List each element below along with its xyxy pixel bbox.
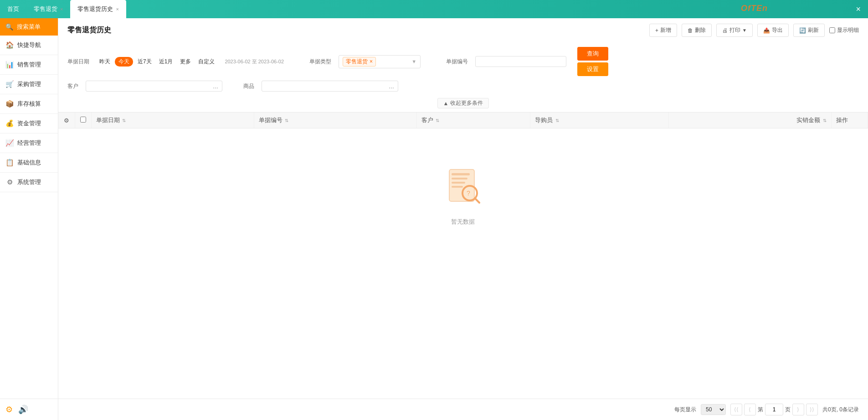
page-input[interactable]: [765, 404, 783, 415]
doc-type-tag-remove[interactable]: ×: [370, 58, 373, 65]
th-amount[interactable]: 实销金额 ⇅: [668, 113, 831, 128]
date-btn-today[interactable]: 今天: [115, 57, 133, 67]
goods-ellipsis-btn[interactable]: ...: [389, 82, 394, 90]
th-guide[interactable]: 导购员 ⇅: [530, 113, 668, 128]
doc-type-label: 单据类型: [309, 58, 331, 66]
sidebar-item-business[interactable]: 📈 经营管理: [0, 133, 58, 153]
print-dropdown-icon: ▼: [742, 28, 747, 33]
settings-bottom-icon[interactable]: ⚙: [5, 405, 13, 415]
svg-rect-2: [452, 178, 467, 179]
export-button[interactable]: 📤 导出: [757, 24, 789, 37]
brand-watermark: OfTEn: [741, 4, 768, 13]
th-customer[interactable]: 客户 ⇅: [416, 113, 530, 128]
tab-home[interactable]: 首页: [0, 0, 26, 18]
sidebar-item-system-mgmt[interactable]: ⚙ 系统管理: [0, 173, 58, 192]
th-action-label: 操作: [836, 117, 848, 123]
goods-input-placeholder: [266, 83, 389, 89]
sidebar-search-label: 搜索菜单: [17, 23, 41, 31]
table-body: ? 暂无数据: [58, 128, 868, 245]
page-size-label: 每页显示: [674, 406, 696, 414]
finance-icon: 💰: [5, 119, 14, 128]
main-layout: 🔍 搜索菜单 🏠 快捷导航 📊 销售管理 🛒 采购管理 📦 库存核算 💰 资金管…: [0, 18, 868, 420]
filter-area: 单据日期 昨天 今天 近7天 近1月 更多 自定义 2023-06-02 至 2…: [67, 42, 859, 112]
date-btn-1month[interactable]: 近1月: [156, 57, 176, 67]
query-button[interactable]: 查询: [577, 47, 608, 61]
print-button[interactable]: 🖨 打印 ▼: [716, 24, 753, 37]
date-btn-custom[interactable]: 自定义: [195, 57, 217, 67]
pager-first-btn[interactable]: ⟨⟨: [730, 404, 742, 415]
show-detail-checkbox-label[interactable]: 显示明细: [829, 26, 859, 34]
audio-bottom-icon[interactable]: 🔊: [18, 405, 28, 415]
table-settings-icon[interactable]: ⚙: [64, 117, 69, 124]
page-suffix: 页: [785, 406, 791, 414]
svg-rect-3: [452, 182, 465, 184]
content-area: 零售退货历史 + 新增 🗑 删除 🖨 打印 ▼: [58, 18, 868, 420]
tab-retail-return[interactable]: 零售退货 ×: [26, 0, 70, 18]
basic-info-icon: 📋: [5, 159, 14, 167]
window-close-button[interactable]: ×: [848, 5, 868, 14]
date-btn-more[interactable]: 更多: [177, 57, 194, 67]
th-guide-label: 导购员: [535, 117, 553, 123]
show-detail-checkbox[interactable]: [829, 27, 835, 33]
svg-line-6: [475, 198, 479, 203]
tab-retail-return-history-close[interactable]: ×: [116, 6, 118, 12]
sidebar-item-finance[interactable]: 💰 资金管理: [0, 114, 58, 133]
th-date[interactable]: 单据日期 ⇅: [91, 113, 254, 128]
page-size-select[interactable]: 20 50 100: [701, 404, 726, 415]
th-date-sort-icon: ⇅: [122, 118, 126, 123]
sidebar-item-basic-info[interactable]: 📋 基础信息: [0, 153, 58, 173]
top-bar: 首页 零售退货 × 零售退货历史 × OfTEn ×: [0, 0, 868, 18]
th-customer-label: 客户: [421, 117, 433, 123]
new-icon: +: [655, 27, 658, 34]
pager-next-btn[interactable]: ⟩: [792, 404, 804, 415]
settings-filter-button[interactable]: 设置: [577, 62, 608, 76]
doc-type-tag-text: 零售退货: [346, 58, 368, 66]
date-btn-yesterday[interactable]: 昨天: [97, 57, 113, 67]
goods-filter-label: 商品: [243, 82, 254, 90]
sidebar-search[interactable]: 🔍 搜索菜单: [0, 18, 58, 36]
th-date-label: 单据日期: [96, 117, 120, 123]
toolbar: + 新增 🗑 删除 🖨 打印 ▼ 📤 导出: [649, 24, 859, 37]
export-label: 导出: [772, 26, 783, 34]
inventory-icon: 📦: [5, 100, 14, 108]
collapse-row: ▲ 收起更多条件: [67, 96, 859, 112]
sidebar-item-sales-mgmt[interactable]: 📊 销售管理: [0, 55, 58, 75]
delete-button[interactable]: 🗑 删除: [682, 24, 712, 37]
refresh-label: 刷新: [808, 26, 819, 34]
date-btn-7days[interactable]: 近7天: [135, 57, 154, 67]
tab-retail-return-history[interactable]: 零售退货历史 ×: [70, 0, 126, 18]
collapse-button[interactable]: ▲ 收起更多条件: [437, 98, 489, 108]
th-number[interactable]: 单据编号 ⇅: [254, 113, 416, 128]
sidebar-item-quick-nav[interactable]: 🏠 快捷导航: [0, 36, 58, 55]
sidebar: 🔍 搜索菜单 🏠 快捷导航 📊 销售管理 🛒 采购管理 📦 库存核算 💰 资金管…: [0, 18, 58, 420]
customer-input-placeholder: [90, 83, 213, 89]
pager-prev-btn[interactable]: ⟨: [744, 404, 756, 415]
svg-rect-1: [452, 173, 470, 175]
doc-type-select[interactable]: 零售退货 × ▼: [339, 55, 421, 68]
sidebar-item-purchase-mgmt[interactable]: 🛒 采购管理: [0, 75, 58, 94]
sidebar-item-inventory[interactable]: 📦 库存核算: [0, 94, 58, 114]
sidebar-bottom: ⚙ 🔊: [0, 399, 58, 420]
business-icon: 📈: [5, 139, 14, 147]
page-title-row: 零售退货历史 + 新增 🗑 删除 🖨 打印 ▼: [67, 24, 859, 37]
customer-ellipsis-btn[interactable]: ...: [213, 82, 218, 90]
th-checkbox: [75, 113, 91, 128]
table-header-row: ⚙ 单据日期 ⇅ 单据编号 ⇅: [58, 113, 868, 128]
doc-number-input[interactable]: [475, 56, 566, 67]
refresh-button[interactable]: 🔄 刷新: [793, 24, 825, 37]
new-button[interactable]: + 新增: [649, 24, 677, 37]
pager-last-btn[interactable]: ⟩⟩: [806, 404, 818, 415]
filter-row-1: 单据日期 昨天 今天 近7天 近1月 更多 自定义 2023-06-02 至 2…: [67, 47, 859, 76]
page-prefix: 第: [758, 406, 763, 414]
tab-retail-return-close[interactable]: ×: [60, 6, 63, 12]
th-settings[interactable]: ⚙: [58, 113, 75, 128]
search-icon: 🔍: [5, 23, 13, 31]
new-label: 新增: [660, 26, 671, 34]
print-label: 打印: [729, 26, 740, 34]
select-all-checkbox[interactable]: [80, 117, 86, 123]
purchase-mgmt-icon: 🛒: [5, 80, 14, 88]
date-filter-label: 单据日期: [67, 58, 89, 66]
sidebar-item-system-mgmt-label: 系统管理: [17, 178, 41, 186]
delete-label: 删除: [695, 26, 706, 34]
data-table: ⚙ 单据日期 ⇅ 单据编号 ⇅: [58, 113, 868, 244]
